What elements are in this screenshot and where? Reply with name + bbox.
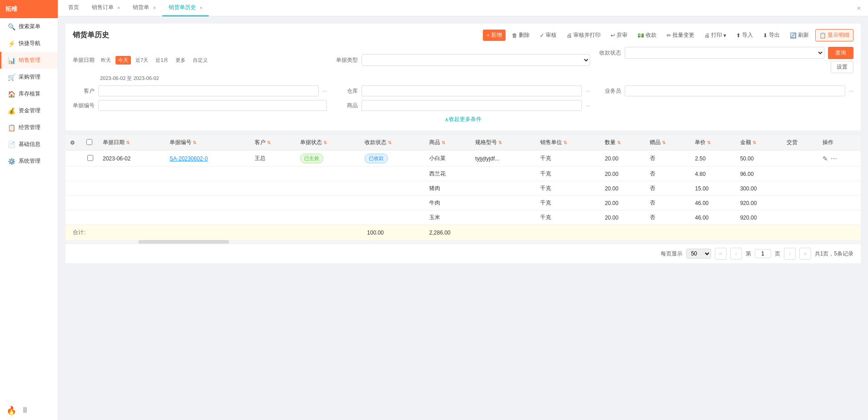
sidebar-item-finance[interactable]: 💰 资金管理 xyxy=(0,102,58,119)
setting-button[interactable]: 设置 xyxy=(831,61,853,73)
goods-dots[interactable]: ··· xyxy=(586,102,590,109)
abandon-button[interactable]: ↩ 弃审 xyxy=(607,30,631,41)
th-gift[interactable]: 赠品 ⇅ xyxy=(645,135,690,150)
sidebar-item-label: 采购管理 xyxy=(19,73,40,81)
th-qty[interactable]: 数量 ⇅ xyxy=(600,135,645,150)
refresh-button[interactable]: 🔄 刷新 xyxy=(786,30,813,41)
edit-icon[interactable]: ✎ xyxy=(823,155,828,162)
type-select[interactable] xyxy=(361,54,590,66)
th-checkbox[interactable] xyxy=(82,135,98,150)
collapse-btn[interactable]: ∧ 收起更多条件 xyxy=(73,114,853,125)
scrollbar-thumb[interactable] xyxy=(138,240,229,244)
system-mgmt-icon: ⚙️ xyxy=(8,158,15,165)
cell-docno-0[interactable]: SA-20230602-0 xyxy=(165,150,251,167)
chip-1month[interactable]: 近1月 xyxy=(153,56,171,65)
cell-docno-2[interactable] xyxy=(165,181,251,196)
page-number-input[interactable] xyxy=(755,249,771,258)
tab-sales-history-close[interactable]: × xyxy=(200,5,202,10)
docno-input[interactable] xyxy=(98,100,327,111)
collect-button[interactable]: 💵 收款 xyxy=(634,30,660,41)
cell-docno-1[interactable] xyxy=(165,167,251,181)
add-button[interactable]: + 新增 xyxy=(483,30,506,41)
sidebar-pause-icon[interactable]: ⏸ xyxy=(21,405,29,415)
chip-custom[interactable]: 自定义 xyxy=(190,56,211,65)
row-checkbox[interactable] xyxy=(87,155,93,161)
audit-print-button[interactable]: 🖨 审核并打印 xyxy=(563,30,604,41)
next-page-btn[interactable]: › xyxy=(784,248,796,260)
sidebar-item-basic-info[interactable]: 📄 基础信息 xyxy=(0,136,58,153)
cell-checkbox-0[interactable] xyxy=(82,150,98,167)
sidebar-item-search-menu[interactable]: 🔍 搜索菜单 xyxy=(0,18,58,35)
warehouse-dots[interactable]: ··· xyxy=(586,88,590,94)
cell-checkbox-1[interactable] xyxy=(82,167,98,181)
filter-grid-2: 客户 ··· 仓库 ··· 业务员 ··· xyxy=(73,85,853,96)
tab-sales-goods[interactable]: 销货单 × xyxy=(126,0,162,16)
th-collectstatus[interactable]: 收款状态 ⇅ xyxy=(360,135,425,150)
th-settings[interactable]: ⚙ xyxy=(65,135,82,150)
sidebar-fire-icon[interactable]: 🔥 xyxy=(6,405,16,415)
page-content: 销货单历史 + 新增 🗑 删除 ✓ 审核 🖨 xyxy=(58,16,868,420)
th-spec[interactable]: 规格型号 ⇅ xyxy=(471,135,535,150)
salesman-input[interactable] xyxy=(625,85,845,96)
filter-docno-row: 单据编号 xyxy=(73,100,327,111)
import-button[interactable]: ⬆ 导入 xyxy=(733,30,757,41)
per-page-select[interactable]: 50 100 200 xyxy=(686,249,711,259)
first-page-btn[interactable]: « xyxy=(715,248,727,260)
export-button[interactable]: ⬇ 导出 xyxy=(759,30,783,41)
chip-yesterday[interactable]: 昨天 xyxy=(98,56,114,65)
doc-no-link[interactable]: SA-20230602-0 xyxy=(170,155,208,162)
cell-checkbox-3[interactable] xyxy=(82,196,98,210)
th-goods[interactable]: 商品 ⇅ xyxy=(425,135,471,150)
th-customer[interactable]: 客户 ⇅ xyxy=(250,135,295,150)
warehouse-input[interactable] xyxy=(361,85,582,96)
cell-checkbox-4[interactable] xyxy=(82,210,98,225)
print-button[interactable]: 🖨 打印 ▾ xyxy=(701,30,730,41)
tab-sales-goods-close[interactable]: × xyxy=(153,5,156,10)
cell-docno-3[interactable] xyxy=(165,196,251,210)
customer-dots[interactable]: ··· xyxy=(322,88,327,94)
cell-date-4 xyxy=(98,210,165,225)
th-amount[interactable]: 金额 ⇅ xyxy=(736,135,782,150)
batch-change-button[interactable]: ✏ 批量变更 xyxy=(663,30,698,41)
th-price[interactable]: 单价 ⇅ xyxy=(690,135,735,150)
sidebar-item-purchase-mgmt[interactable]: 🛒 采购管理 xyxy=(0,69,58,85)
goods-input[interactable] xyxy=(361,100,582,111)
sidebar-item-operation[interactable]: 📋 经营管理 xyxy=(0,119,58,136)
sidebar-item-quick-nav[interactable]: ⚡ 快捷导航 xyxy=(0,35,58,52)
sidebar-item-system-mgmt[interactable]: ⚙️ 系统管理 xyxy=(0,153,58,170)
cell-date-3 xyxy=(98,196,165,210)
query-button[interactable]: 查询 xyxy=(828,47,853,59)
cell-checkbox-2[interactable] xyxy=(82,181,98,196)
data-table-wrapper: ⚙ 单据日期 ⇅ 单据编号 ⇅ xyxy=(65,135,861,263)
close-all-btn[interactable]: × xyxy=(853,5,864,12)
tab-sales-order[interactable]: 销售订单 × xyxy=(85,0,126,16)
select-all-checkbox[interactable] xyxy=(86,139,92,145)
tab-sales-order-close[interactable]: × xyxy=(117,5,120,10)
cell-docno-4[interactable] xyxy=(165,210,251,225)
show-detail-button[interactable]: 📋 显示明细 xyxy=(815,29,853,41)
tab-sales-history[interactable]: 销货单历史 × xyxy=(162,0,209,16)
footer-amount: 2,286.00 xyxy=(429,230,451,236)
salesman-dots[interactable]: ··· xyxy=(849,88,853,94)
customer-input[interactable] xyxy=(98,85,319,96)
more-icon[interactable]: ⋯ xyxy=(831,155,837,162)
th-docno[interactable]: 单据编号 ⇅ xyxy=(165,135,251,150)
sidebar-item-inventory[interactable]: 🏠 库存核算 xyxy=(0,85,58,102)
tab-home[interactable]: 首页 xyxy=(62,0,85,16)
delete-button[interactable]: 🗑 删除 xyxy=(508,30,533,41)
th-unit[interactable]: 销售单位 ⇅ xyxy=(536,135,600,150)
th-date[interactable]: 单据日期 ⇅ xyxy=(98,135,165,150)
horizontal-scrollbar[interactable] xyxy=(65,240,861,244)
chip-today[interactable]: 今天 xyxy=(115,56,131,65)
sort-customer-icon: ⇅ xyxy=(267,140,271,145)
chip-more[interactable]: 更多 xyxy=(173,56,188,65)
last-page-btn[interactable]: » xyxy=(799,248,811,260)
filter-area: 单据日期 昨天 今天 近7天 近1月 更多 自定义 xyxy=(73,47,853,125)
sidebar-item-sales-mgmt[interactable]: 📊 销售管理 xyxy=(0,52,58,69)
th-docstatus[interactable]: 单据状态 ⇅ xyxy=(296,135,360,150)
collect-select[interactable] xyxy=(625,47,824,59)
cell-collectstatus-1 xyxy=(360,167,425,181)
chip-7days[interactable]: 近7天 xyxy=(133,56,151,65)
audit-button[interactable]: ✓ 审核 xyxy=(536,30,560,41)
prev-page-btn[interactable]: ‹ xyxy=(730,248,742,260)
